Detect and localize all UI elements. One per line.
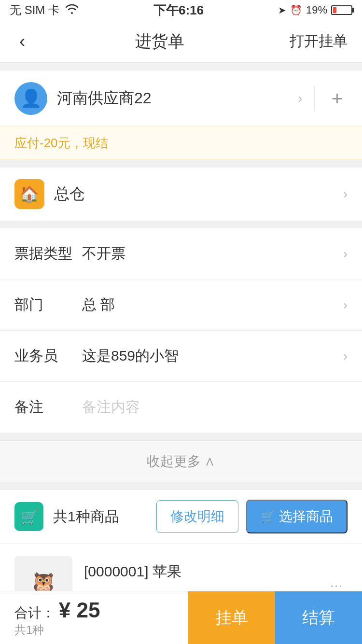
- sales-row[interactable]: 业务员 这是859的小智 ›: [0, 330, 362, 381]
- status-right: ➤ ⏰ 19%: [278, 4, 352, 16]
- products-count: 共1种商品: [53, 507, 156, 527]
- checkout-button[interactable]: 结算: [275, 591, 362, 644]
- supplier-notice: 应付-20元，现结: [0, 126, 362, 160]
- total-count: 共1种: [14, 622, 174, 638]
- sales-label: 业务员: [14, 346, 82, 366]
- wifi-icon: [65, 3, 79, 17]
- back-button[interactable]: ‹: [14, 27, 30, 56]
- select-product-icon: 🛒: [261, 510, 275, 523]
- home-icon: 🏠: [20, 185, 39, 203]
- remark-value[interactable]: 备注内容: [82, 397, 348, 417]
- remark-label: 备注: [14, 397, 82, 417]
- supplier-avatar: 👤: [14, 82, 47, 115]
- sales-chevron-icon: ›: [343, 349, 348, 364]
- product-name: [0000001] 苹果: [84, 562, 325, 582]
- carrier-text: 无 SIM 卡: [10, 2, 60, 18]
- add-supplier-button[interactable]: +: [327, 83, 348, 114]
- supplier-section: 👤 河南供应商22 › + 应付-20元，现结: [0, 70, 362, 160]
- total-row: 合计： ¥ 25: [14, 598, 174, 622]
- hold-button[interactable]: 挂单: [188, 591, 275, 644]
- collapse-bar[interactable]: 收起更多 ∧: [0, 440, 362, 482]
- dept-chevron-icon: ›: [343, 297, 348, 313]
- person-icon: 👤: [20, 88, 42, 109]
- open-hold-button[interactable]: 打开挂单: [290, 31, 348, 51]
- status-bar: 无 SIM 卡 下午6:16 ➤ ⏰ 19%: [0, 0, 362, 20]
- total-amount: ¥ 25: [59, 598, 100, 622]
- cart-icon: 🛒: [20, 508, 38, 525]
- dept-label: 部门: [14, 295, 82, 315]
- main-content: 👤 河南供应商22 › + 应付-20元，现结 🏠 总仓 › 票据类型 不开票 …: [0, 70, 362, 644]
- status-left: 无 SIM 卡: [10, 2, 79, 18]
- battery-icon: [331, 5, 352, 15]
- products-icon-wrap: 🛒: [14, 502, 43, 531]
- invoice-row[interactable]: 票据类型 不开票 ›: [0, 228, 362, 279]
- divider: [314, 86, 315, 111]
- battery-fill: [333, 7, 336, 13]
- warehouse-label: 总仓: [54, 183, 343, 205]
- sales-value: 这是859的小智: [82, 346, 343, 366]
- select-product-button[interactable]: 🛒 选择商品: [246, 500, 348, 533]
- select-product-label: 选择商品: [279, 507, 333, 526]
- invoice-value: 不开票: [82, 244, 343, 264]
- page-title: 进货单: [135, 30, 184, 53]
- invoice-chevron-icon: ›: [343, 246, 348, 262]
- form-section: 票据类型 不开票 › 部门 总 部 › 业务员 这是859的小智 › 备注 备注…: [0, 228, 362, 433]
- dept-value: 总 部: [82, 295, 343, 315]
- alarm-icon: ⏰: [290, 4, 302, 16]
- remark-row[interactable]: 备注 备注内容: [0, 381, 362, 433]
- nav-bar: ‹ 进货单 打开挂单: [0, 20, 362, 63]
- status-time: 下午6:16: [153, 2, 204, 19]
- products-header: 🛒 共1种商品 修改明细 🛒 选择商品: [0, 490, 362, 544]
- supplier-name: 河南供应商22: [57, 88, 298, 109]
- chevron-right-icon: ›: [298, 91, 302, 106]
- warehouse-icon-wrap: 🏠: [14, 179, 44, 209]
- bottom-bar: 合计： ¥ 25 共1种 挂单 结算: [0, 591, 362, 644]
- dept-row[interactable]: 部门 总 部 ›: [0, 279, 362, 330]
- warehouse-row[interactable]: 🏠 总仓 ›: [0, 168, 362, 221]
- edit-detail-button[interactable]: 修改明细: [156, 500, 238, 533]
- total-section: 合计： ¥ 25 共1种: [0, 598, 188, 638]
- total-label: 合计：: [14, 605, 55, 620]
- warehouse-section[interactable]: 🏠 总仓 ›: [0, 168, 362, 221]
- warehouse-chevron-icon: ›: [343, 186, 348, 202]
- location-icon: ➤: [278, 4, 286, 16]
- invoice-label: 票据类型: [14, 244, 82, 264]
- battery-percent: 19%: [306, 4, 327, 16]
- supplier-row[interactable]: 👤 河南供应商22 › +: [0, 70, 362, 126]
